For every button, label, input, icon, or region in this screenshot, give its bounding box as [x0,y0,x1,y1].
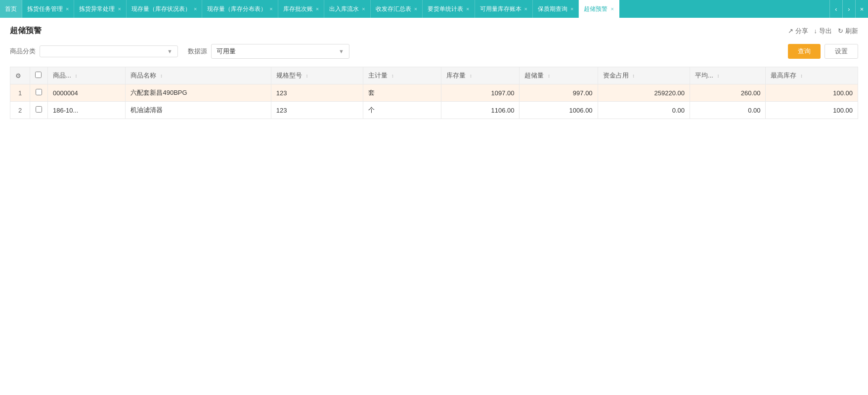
close-tab-3-icon[interactable]: × [269,6,272,12]
export-button[interactable]: ↓ 导出 [814,27,832,36]
sort-overstock-icon[interactable]: ↕ [548,73,550,79]
nav-next-button[interactable]: › [842,0,855,18]
nav-tab-10[interactable]: 超储预警 × [579,0,619,18]
nav-tab-3[interactable]: 现存量（库存分布表） × [202,0,278,18]
close-tab-8-icon[interactable]: × [524,6,527,12]
nav-tab-1[interactable]: 拣货异常处理 × [74,0,126,18]
filter-row: 商品分类 ▼ 数据源 可用量 ▼ 查询 设置 [10,44,858,59]
cell-checkbox-1 [30,102,48,119]
cell-unit-0: 套 [363,84,441,102]
nav-tab-5[interactable]: 出入库流水 × [324,0,370,18]
table-header-row: ⚙ 商品... ↕ 商品名称 ↕ 规格型号 ↕ 主计量 [10,67,858,84]
th-capital: 资金占用 ↕ [598,67,690,84]
cell-capital-0: 259220.00 [598,84,690,102]
datasource-label: 数据源 [188,47,207,56]
nav-prev-button[interactable]: ‹ [829,0,842,18]
nav-tab-9[interactable]: 保质期查询 × [533,0,579,18]
cell-name-1: 机油滤清器 [126,102,271,119]
cell-code-0: 0000004 [48,84,126,102]
share-button[interactable]: ↗ 分享 [788,27,808,36]
th-product-code-label: 商品... [53,72,71,79]
datasource-select[interactable]: 可用量 ▼ [211,44,349,59]
th-stock-label: 库存量 [446,72,466,79]
close-tab-5-icon[interactable]: × [362,6,365,12]
close-tab-1-icon[interactable]: × [118,6,121,12]
cell-code-1: 186-10... [48,102,126,119]
th-stock: 库存量 ↕ [441,67,520,84]
cell-name-0: 六配套新昌490BPG [126,84,271,102]
category-select[interactable]: ▼ [40,45,178,57]
cell-spec-1: 123 [271,102,363,119]
cell-overstock-0: 997.00 [520,84,598,102]
nav-close-button[interactable]: × [855,0,868,18]
cell-stock-0: 1097.00 [441,84,520,102]
close-tab-4-icon[interactable]: × [316,6,319,12]
cell-capital-1: 0.00 [598,102,690,119]
nav-tab-6[interactable]: 收发存汇总表 × [371,0,423,18]
close-tab-0-icon[interactable]: × [66,6,69,12]
close-tab-6-icon[interactable]: × [414,6,417,12]
close-tab-9-icon[interactable]: × [570,6,573,12]
th-product-name: 商品名称 ↕ [126,67,271,84]
th-spec-label: 规格型号 [276,72,302,79]
export-icon: ↓ [814,27,818,35]
close-tab-7-icon[interactable]: × [466,6,469,12]
row-checkbox-1[interactable] [36,106,42,113]
th-spec: 规格型号 ↕ [271,67,363,84]
th-unit: 主计量 ↕ [363,67,441,84]
cell-unit-1: 个 [363,102,441,119]
cell-checkbox-0 [30,84,48,102]
th-max-stock-label: 最高库存 [771,72,796,79]
cell-stock-1: 1106.00 [441,102,520,119]
nav-home[interactable]: 首页 [0,0,22,18]
th-product-name-label: 商品名称 [130,72,156,79]
category-label: 商品分类 [10,47,36,56]
nav-tab-0[interactable]: 拣货任务管理 × [22,0,74,18]
nav-tab-2[interactable]: 现存量（库存状况表） × [127,0,202,18]
select-all-checkbox[interactable] [35,72,42,78]
page-content: 超储预警 ↗ 分享 ↓ 导出 ↻ 刷新 商品分类 ▼ 数据源 [0,18,868,395]
sort-spec-icon[interactable]: ↕ [305,73,308,79]
th-avg: 平均... ↕ [690,67,766,84]
refresh-icon: ↻ [838,27,843,35]
th-overstock: 超储量 ↕ [520,67,598,84]
sort-max-stock-icon[interactable]: ↕ [800,73,803,79]
sort-product-name-icon[interactable]: ↕ [160,73,163,79]
data-table: ⚙ 商品... ↕ 商品名称 ↕ 规格型号 ↕ 主计量 [10,67,858,119]
settings-button[interactable]: 设置 [825,44,858,59]
query-button[interactable]: 查询 [788,44,821,59]
page-header: 超储预警 ↗ 分享 ↓ 导出 ↻ 刷新 [10,26,858,36]
table-settings-icon[interactable]: ⚙ [15,72,21,79]
sort-product-code-icon[interactable]: ↕ [75,73,77,79]
refresh-button[interactable]: ↻ 刷新 [838,27,858,36]
header-actions: ↗ 分享 ↓ 导出 ↻ 刷新 [788,27,859,36]
cell-num-1: 2 [10,102,30,119]
top-nav: 首页 拣货任务管理 × 拣货异常处理 × 现存量（库存状况表） × 现存量（库存… [0,0,868,18]
th-avg-label: 平均... [695,72,713,79]
page-title: 超储预警 [10,26,42,36]
th-unit-label: 主计量 [368,72,388,79]
cell-spec-0: 123 [271,84,363,102]
sort-unit-icon[interactable]: ↕ [391,73,394,79]
nav-tab-7[interactable]: 要货单统计表 × [423,0,475,18]
row-checkbox-0[interactable] [36,89,42,95]
th-overstock-label: 超储量 [524,72,544,79]
sort-capital-icon[interactable]: ↕ [632,73,635,79]
table-row: 10000004六配套新昌490BPG123套1097.00997.002592… [10,84,858,102]
datasource-dropdown-icon: ▼ [339,48,344,54]
cell-maxstock-1: 100.00 [766,102,858,119]
category-filter: 商品分类 ▼ [10,45,178,57]
sort-stock-icon[interactable]: ↕ [470,73,472,79]
nav-tab-8[interactable]: 可用量库存账本 × [475,0,533,18]
th-capital-label: 资金占用 [603,72,629,79]
cell-overstock-1: 1006.00 [520,102,598,119]
datasource-filter: 数据源 可用量 ▼ [188,44,349,59]
close-tab-2-icon[interactable]: × [194,6,197,12]
cell-avg-0: 260.00 [690,84,766,102]
nav-tabs-container: 拣货任务管理 × 拣货异常处理 × 现存量（库存状况表） × 现存量（库存分布表… [22,0,829,18]
close-tab-10-icon[interactable]: × [610,6,613,12]
nav-arrows: ‹ › × [829,0,868,18]
nav-tab-4[interactable]: 库存批次账 × [278,0,324,18]
category-dropdown-icon: ▼ [167,48,173,54]
sort-avg-icon[interactable]: ↕ [717,73,720,79]
